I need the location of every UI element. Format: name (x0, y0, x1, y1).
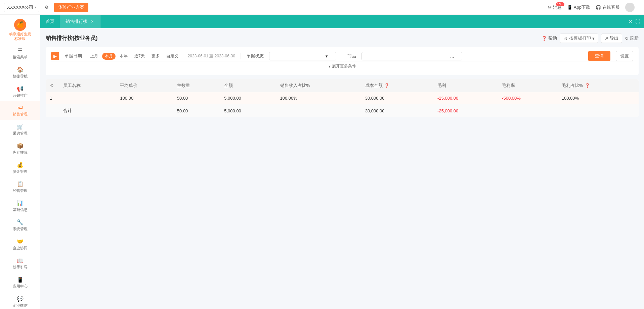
sidebar-item-label: 应用中心 (13, 284, 28, 289)
sidebar-item-guide[interactable]: 📖 新手引导 (0, 254, 40, 273)
refresh-button[interactable]: ↻ 刷新 (625, 35, 639, 41)
sidebar-item-system[interactable]: 🔧 系统管理 (0, 216, 40, 235)
filter-separator-2 (342, 53, 342, 59)
close-window-icon[interactable]: ✕ (629, 19, 633, 24)
table-footer-row: 合计 50.00 5,000.00 30,000.00 -25,000.00 (46, 104, 639, 117)
date-tab-custom[interactable]: 自定义 (164, 53, 181, 60)
cell-gross-profit: -25,000.00 (433, 92, 498, 104)
sidebar-item-basic-info[interactable]: 📊 基础信息 (0, 197, 40, 216)
cell-gross-ratio: 100.00% (558, 92, 639, 104)
gross-ratio-help-icon[interactable]: ❓ (585, 83, 590, 88)
col-settings[interactable]: ⚙ (46, 79, 59, 92)
online-service-button[interactable]: 🎧 在线客服 (596, 4, 620, 10)
status-select[interactable]: ▾ (269, 52, 336, 60)
filter-toggle-button[interactable]: ▶ (51, 52, 59, 60)
sidebar-item-label: 营销推广 (13, 93, 28, 98)
date-label: 单据日期 (65, 53, 82, 59)
sales-rank-table: ⚙ 员工名称 平均单价 主数量 全额 销售收入占比% 成本全额 (46, 79, 639, 117)
company-selector[interactable]: XXXXXX公司 ▾ (4, 3, 39, 12)
tab-close-icon[interactable]: ✕ (89, 19, 95, 24)
basic-info-icon: 📊 (17, 200, 24, 206)
chevron-down-icon: ▾ (35, 5, 36, 9)
cell-cost-amount: 30,000.00 (361, 92, 433, 104)
app-download-button[interactable]: 📱 App下载 (567, 4, 590, 10)
tab-home-label: 首页 (46, 18, 54, 24)
footer-gross-ratio-empty (558, 104, 639, 117)
help-button[interactable]: ❓ 帮助 (542, 35, 557, 41)
export-icon: ↗ (605, 36, 608, 41)
sidebar-item-wechat[interactable]: 💬 企业微信 (0, 292, 40, 309)
filter-separator (241, 53, 241, 59)
cell-amount: 5,000.00 (220, 92, 276, 104)
tab-bar: 首页 销售排行榜 ✕ ✕ ⛶ (40, 15, 644, 28)
sidebar-item-label: 销售管理 (13, 112, 28, 117)
col-avg-price: 平均单价 (116, 79, 173, 92)
footer-gross-profit: -25,000.00 (433, 104, 498, 117)
operations-icon: 📋 (17, 181, 24, 187)
refresh-icon: ↻ (625, 36, 629, 41)
date-tab-last-month[interactable]: 上月 (87, 53, 101, 60)
marketing-icon: 📢 (17, 86, 24, 92)
sidebar-item-label: 企业微信 (13, 303, 28, 308)
sidebar-item-sales[interactable]: 🏷 销售管理 (0, 101, 40, 120)
avatar[interactable] (625, 3, 635, 12)
app-center-icon: 📱 (17, 276, 24, 283)
print-template-button[interactable]: 🖨 按模板打印 ▾ (560, 34, 598, 43)
date-tab-7days[interactable]: 近7天 (132, 53, 147, 60)
sidebar-item-quick-nav[interactable]: 🏠 快捷导航 (0, 63, 40, 82)
goods-select[interactable]: ... (361, 52, 462, 60)
print-icon: 🖨 (563, 36, 568, 41)
sidebar-item-label: 新手引导 (13, 265, 28, 270)
expand-conditions-button[interactable]: ▾ 展开更多条件 (329, 63, 356, 69)
col-cost-amount: 成本全额 ❓ (361, 79, 433, 92)
sidebar-item-app-center[interactable]: 📱 应用中心 (0, 273, 40, 292)
help-icon: ❓ (542, 36, 547, 41)
headset-icon: 🎧 (596, 5, 601, 10)
settings-icon-btn[interactable]: ⚙ (42, 3, 51, 12)
sidebar-item-label: 基础信息 (13, 207, 28, 212)
filter-settings-button[interactable]: 设置 (616, 51, 633, 61)
expand-icon: ▾ (329, 64, 331, 69)
sidebar-item-operations[interactable]: 📋 经营管理 (0, 177, 40, 197)
purchase-icon: 🛒 (17, 123, 24, 130)
sidebar-item-purchase[interactable]: 🛒 采购管理 (0, 120, 40, 139)
footer-amount: 5,000.00 (220, 104, 276, 117)
sidebar-item-label: 企业协同 (13, 246, 28, 251)
footer-label: 合计 (59, 104, 116, 117)
goods-label: 商品 (347, 53, 356, 59)
sidebar-item-search[interactable]: ☰ 搜索菜单 (0, 44, 40, 63)
message-button[interactable]: ✉ 消息 99+ (548, 4, 562, 10)
col-settings-icon[interactable]: ⚙ (50, 83, 54, 88)
sidebar-item-finance[interactable]: 💰 资金管理 (0, 158, 40, 177)
sidebar-item-inventory[interactable]: 📦 库存核算 (0, 139, 40, 158)
logo-icon: 🍊 (14, 19, 26, 31)
maximize-icon[interactable]: ⛶ (635, 19, 640, 24)
footer-sales-ratio-empty (276, 104, 361, 117)
date-range-display: 2023-06-01 至 2023-06-30 (188, 53, 235, 59)
col-gross-rate: 毛利率 (498, 79, 558, 92)
date-tab-this-month[interactable]: 本月 (102, 53, 116, 60)
enterprise-icon: 🤝 (17, 238, 24, 245)
col-amount: 全额 (220, 79, 276, 92)
date-tab-this-year[interactable]: 本年 (117, 53, 130, 60)
tab-home[interactable]: 首页 (40, 15, 60, 28)
table-container: ⚙ 员工名称 平均单价 主数量 全额 销售收入占比% 成本全额 (46, 79, 639, 117)
sidebar-item-label: 库存核算 (13, 150, 28, 155)
sidebar-item-enterprise[interactable]: 🤝 企业协同 (0, 235, 40, 254)
tab-sales-rank[interactable]: 销售排行榜 ✕ (60, 15, 100, 28)
app-icon: 📱 (567, 5, 572, 10)
page-title: 销售排行榜(按业务员) (46, 35, 98, 42)
date-tab-more[interactable]: 更多 (149, 53, 162, 60)
cost-help-icon[interactable]: ❓ (384, 83, 389, 88)
sidebar-item-label: 资金管理 (13, 169, 28, 174)
sidebar-logo: 🍊 畅康通好生意 标准版 (0, 15, 40, 44)
trial-button[interactable]: 体验行业方案 (54, 3, 88, 12)
cell-sales-ratio: 100.00% (276, 92, 361, 104)
export-button[interactable]: ↗ 导出 (601, 34, 622, 43)
message-badge: 99+ (556, 2, 564, 6)
sidebar-item-marketing[interactable]: 📢 营销推广 (0, 82, 40, 101)
page-actions: ❓ 帮助 🖨 按模板打印 ▾ ↗ 导出 (542, 34, 639, 43)
print-chevron-icon: ▾ (592, 36, 595, 41)
system-icon: 🔧 (17, 219, 24, 225)
query-button[interactable]: 查询 (588, 51, 610, 61)
